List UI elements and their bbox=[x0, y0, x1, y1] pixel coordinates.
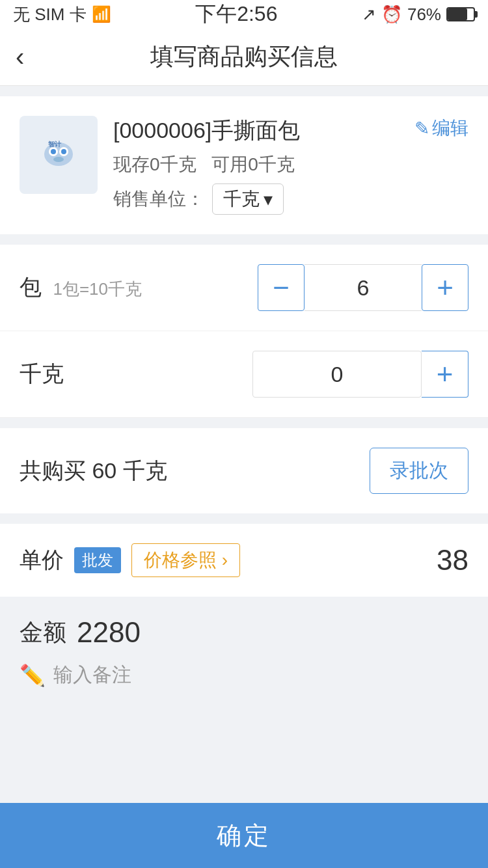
quantity-section: 包 1包=10千克 − + 千克 + bbox=[0, 245, 488, 418]
status-left: 无 SIM 卡 📶 bbox=[13, 3, 111, 26]
total-text: 共购买 60 千克 bbox=[20, 456, 167, 486]
unit-select[interactable]: 千克 ▾ bbox=[212, 183, 284, 215]
status-right: ↗ ⏰ 76% bbox=[362, 5, 475, 25]
bottom-area: 确定 bbox=[0, 803, 488, 868]
edit-label: 编辑 bbox=[432, 116, 468, 141]
battery-icon bbox=[446, 7, 475, 21]
price-ref-button[interactable]: 价格参照 › bbox=[131, 543, 240, 577]
battery-percent: 76% bbox=[407, 5, 441, 25]
location-icon: ↗ bbox=[362, 5, 376, 25]
wifi-icon: 📶 bbox=[92, 5, 111, 23]
back-button[interactable]: ‹ bbox=[16, 42, 24, 72]
nav-bar: ‹ 填写商品购买信息 bbox=[0, 29, 488, 86]
available-label: 可用0千克 bbox=[211, 154, 295, 174]
quantity-row-kg: 千克 + bbox=[0, 331, 488, 418]
svg-point-5 bbox=[53, 157, 64, 162]
price-row: 单价 批发 价格参照 › 38 bbox=[20, 543, 468, 577]
total-section: 共购买 60 千克 录批次 bbox=[0, 428, 488, 513]
qty-plus-kg-button[interactable]: + bbox=[422, 351, 468, 398]
product-stock: 现存0千克 可用0千克 bbox=[113, 152, 468, 177]
qty-input-bao[interactable] bbox=[305, 264, 422, 311]
quantity-row-bao: 包 1包=10千克 − + bbox=[0, 245, 488, 331]
qty-sublabel-bao: 1包=10千克 bbox=[53, 279, 142, 299]
chevron-down-icon: ▾ bbox=[264, 189, 273, 210]
qty-input-kg[interactable] bbox=[252, 351, 422, 398]
carrier-label: 无 SIM 卡 bbox=[13, 3, 87, 26]
qty-label-bao: 包 1包=10千克 bbox=[20, 273, 150, 303]
unit-label: 销售单位： bbox=[113, 187, 204, 211]
amount-value: 2280 bbox=[77, 616, 141, 649]
qty-label-kg: 千克 bbox=[20, 359, 150, 389]
svg-point-3 bbox=[51, 149, 56, 154]
alarm-icon: ⏰ bbox=[381, 5, 402, 25]
page-title: 填写商品购买信息 bbox=[150, 41, 338, 73]
qty-controls-bao: − + bbox=[150, 264, 468, 311]
qty-unit-bao: 包 bbox=[20, 275, 42, 299]
remark-placeholder: 输入备注 bbox=[53, 662, 131, 688]
svg-point-4 bbox=[61, 149, 66, 154]
pencil-icon: ✏️ bbox=[20, 663, 46, 688]
stock-label: 现存0千克 bbox=[113, 154, 197, 174]
batch-button[interactable]: 录批次 bbox=[370, 448, 468, 494]
qty-plus-button[interactable]: + bbox=[422, 264, 468, 311]
edit-button[interactable]: ✎ 编辑 bbox=[414, 116, 468, 141]
price-section: 单价 批发 价格参照 › 38 bbox=[0, 524, 488, 597]
product-unit-row: 销售单位： 千克 ▾ bbox=[113, 183, 468, 215]
edit-icon: ✎ bbox=[414, 118, 429, 139]
qty-minus-button[interactable]: − bbox=[258, 264, 305, 311]
svg-text:智计: 智计 bbox=[47, 141, 62, 148]
amount-row: 金额 2280 bbox=[20, 616, 468, 649]
amount-label: 金额 bbox=[20, 617, 66, 649]
status-bar: 无 SIM 卡 📶 下午2:56 ↗ ⏰ 76% bbox=[0, 0, 488, 29]
time-label: 下午2:56 bbox=[195, 0, 277, 29]
price-left: 单价 批发 价格参照 › bbox=[20, 543, 240, 577]
price-value: 38 bbox=[437, 544, 468, 576]
product-logo: 智计 bbox=[39, 136, 78, 174]
product-card: 智计 [0000006]手撕面包 ✎ 编辑 现存0千克 可用0千克 销售单位： … bbox=[0, 96, 488, 234]
price-badge: 批发 bbox=[74, 547, 121, 573]
product-info: [0000006]手撕面包 ✎ 编辑 现存0千克 可用0千克 销售单位： 千克 … bbox=[113, 116, 468, 215]
remark-row[interactable]: ✏️ 输入备注 bbox=[20, 662, 468, 688]
confirm-button[interactable]: 确定 bbox=[0, 803, 488, 868]
qty-controls-kg: + bbox=[150, 351, 468, 398]
product-image: 智计 bbox=[20, 116, 98, 194]
amount-section: 金额 2280 ✏️ 输入备注 bbox=[0, 597, 488, 701]
price-label: 单价 bbox=[20, 545, 64, 575]
product-name: [0000006]手撕面包 bbox=[113, 116, 300, 146]
unit-value: 千克 bbox=[223, 187, 260, 211]
